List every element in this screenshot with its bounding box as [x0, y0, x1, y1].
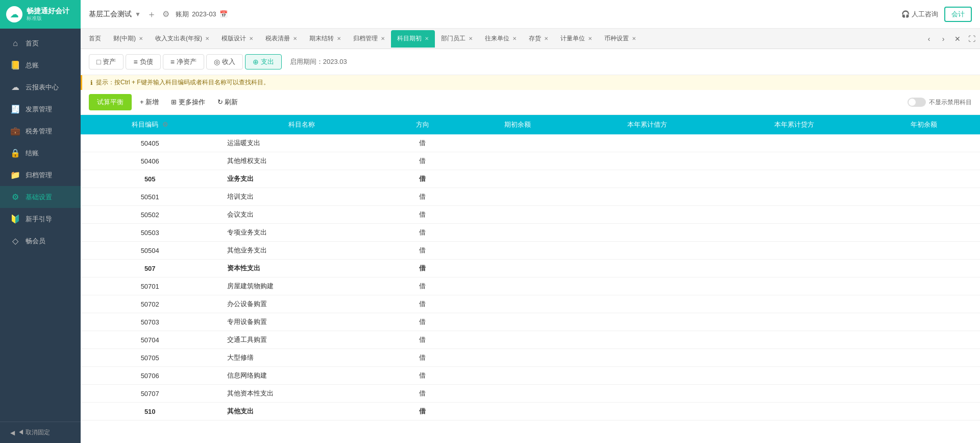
cell-ytd-credit	[721, 224, 868, 242]
cell-code: 505	[81, 170, 219, 188]
tab-币种设置[interactable]: 币种设置✕	[598, 30, 642, 48]
table-row[interactable]: 50706 信息网络购建 借	[81, 367, 980, 385]
tab-close-all-button[interactable]: ✕	[951, 33, 964, 45]
subtab-收入[interactable]: ◎收入	[206, 54, 243, 69]
tab-close-icon[interactable]: ✕	[469, 36, 473, 41]
period-display-label: 启用期间：2023.03	[290, 57, 347, 66]
table-row[interactable]: 507 资本性支出 借	[81, 260, 980, 277]
tab-close-icon[interactable]: ✕	[632, 36, 636, 41]
sidebar-label-ledger: 总账	[26, 61, 39, 70]
trial-balance-button[interactable]: 试算平衡	[89, 94, 132, 110]
cell-direction: 借	[384, 313, 461, 331]
cell-name: 其他业务支出	[219, 242, 383, 260]
subtab-支出[interactable]: ⊕支出	[245, 54, 282, 69]
tab-next-button[interactable]: ›	[937, 33, 949, 45]
cell-year-opening	[868, 331, 980, 349]
tab-收入支出表(年报)[interactable]: 收入支出表(年报)✕	[149, 30, 215, 48]
calendar-icon[interactable]: 📅	[219, 10, 228, 18]
table-row[interactable]: 50701 房屋建筑物购建 借	[81, 277, 980, 295]
tab-close-icon[interactable]: ✕	[588, 36, 592, 41]
tab-close-icon[interactable]: ✕	[425, 36, 429, 41]
project-selector[interactable]: 基层工会测试 ▼	[89, 10, 141, 19]
more-actions-button[interactable]: ⊞ 更多操作	[167, 96, 209, 109]
sidebar-item-member[interactable]: ◇畅会员	[0, 230, 81, 252]
tab-close-icon[interactable]: ✕	[293, 36, 297, 41]
tab-部门员工[interactable]: 部门员工✕	[435, 30, 479, 48]
subtab-资产[interactable]: □资产	[89, 54, 124, 69]
sidebar-item-ledger[interactable]: 📒总账	[0, 54, 81, 76]
sidebar-item-invoice[interactable]: 🧾发票管理	[0, 98, 81, 120]
tab-expand-button[interactable]: ⛶	[966, 33, 978, 45]
table-row[interactable]: 50702 办公设备购置 借	[81, 295, 980, 313]
sidebar-item-tax[interactable]: 💼税务管理	[0, 120, 81, 142]
cell-opening	[461, 152, 574, 170]
add-tab-button[interactable]: ＋	[147, 8, 156, 20]
table-row[interactable]: 50504 其他业务支出 借	[81, 242, 980, 260]
cell-direction: 借	[384, 152, 461, 170]
cell-ytd-debit	[574, 331, 721, 349]
accountant-button[interactable]: 会计	[944, 7, 972, 22]
tab-close-icon[interactable]: ✕	[139, 36, 143, 41]
subtab-label-支出: 支出	[261, 57, 274, 66]
settings-icon[interactable]: ⚙	[162, 9, 169, 19]
tab-财(中期)[interactable]: 财(中期)✕	[107, 30, 149, 48]
cell-ytd-debit	[574, 188, 721, 206]
cell-ytd-credit	[721, 134, 868, 152]
tab-close-icon[interactable]: ✕	[337, 36, 341, 41]
tab-首页[interactable]: 首页	[83, 30, 107, 48]
tab-归档管理[interactable]: 归档管理✕	[347, 30, 391, 48]
cell-name: 房屋建筑物购建	[219, 277, 383, 295]
cell-direction: 借	[384, 403, 461, 421]
table-row[interactable]: 50503 专项业务支出 借	[81, 224, 980, 242]
tab-close-icon[interactable]: ✕	[381, 36, 385, 41]
table-row[interactable]: 50501 培训支出 借	[81, 188, 980, 206]
tab-close-icon[interactable]: ✕	[205, 36, 209, 41]
subtab-负债[interactable]: ≡负债	[126, 54, 160, 69]
sidebar-item-archive[interactable]: 📁归档管理	[0, 164, 81, 186]
sidebar-footer[interactable]: ◀ ◀ 取消固定	[0, 422, 81, 443]
tab-期末结转[interactable]: 期末结转✕	[303, 30, 347, 48]
table-row[interactable]: 50502 会议支出 借	[81, 206, 980, 224]
sidebar-item-home[interactable]: ⌂首页	[0, 33, 81, 54]
table-row[interactable]: 50406 其他维权支出 借	[81, 152, 980, 170]
subtab-净资产[interactable]: ≡净资产	[163, 54, 204, 69]
tab-close-icon[interactable]: ✕	[544, 36, 548, 41]
table-row[interactable]: 50703 专用设备购置 借	[81, 313, 980, 331]
table-row[interactable]: 50707 其他资本性支出 借	[81, 385, 980, 403]
tab-close-icon[interactable]: ✕	[249, 36, 253, 41]
tab-税表清册[interactable]: 税表清册✕	[259, 30, 303, 48]
subtab-icon-负债: ≡	[133, 58, 137, 66]
toggle-switch-control[interactable]	[908, 98, 926, 107]
cell-direction: 借	[384, 260, 461, 277]
sidebar-item-checkout[interactable]: 🔒结账	[0, 142, 81, 164]
col-settings-icon[interactable]: ⚙	[162, 121, 168, 128]
logo-icon: ☁	[6, 6, 22, 22]
tab-存货[interactable]: 存货✕	[523, 30, 554, 48]
service-label: 人工咨询	[912, 10, 938, 19]
sidebar-item-guide[interactable]: 🔰新手引导	[0, 208, 81, 230]
refresh-button[interactable]: ↻ 刷新	[213, 96, 242, 109]
sidebar-item-settings[interactable]: ⚙基础设置	[0, 186, 81, 208]
toggle-disabled-accounts[interactable]: 不显示禁用科目	[908, 98, 972, 107]
cell-year-opening	[868, 224, 980, 242]
tabbar: 首页财(中期)✕收入支出表(年报)✕模版设计✕税表清册✕期末结转✕归档管理✕科目…	[81, 29, 980, 49]
table-row[interactable]: 50405 运温暖支出 借	[81, 134, 980, 152]
tab-科目期初[interactable]: 科目期初✕	[391, 30, 435, 48]
tab-close-icon[interactable]: ✕	[512, 36, 517, 41]
tab-计量单位[interactable]: 计量单位✕	[554, 30, 598, 48]
cell-opening	[461, 134, 574, 152]
cell-name: 运温暖支出	[219, 134, 383, 152]
table-row[interactable]: 510 其他支出 借	[81, 403, 980, 421]
table-row[interactable]: 50705 大型修缮 借	[81, 349, 980, 367]
service-button[interactable]: 🎧 人工咨询	[901, 10, 938, 19]
add-button[interactable]: + 新增	[136, 96, 163, 109]
tab-模版设计[interactable]: 模版设计✕	[215, 30, 259, 48]
table-row[interactable]: 505 业务支出 借	[81, 170, 980, 188]
tab-往来单位[interactable]: 往来单位✕	[479, 30, 523, 48]
tab-prev-button[interactable]: ‹	[923, 33, 935, 45]
sidebar-item-reports[interactable]: ☁云报表中心	[0, 76, 81, 98]
cell-year-opening	[868, 242, 980, 260]
cell-ytd-credit	[721, 367, 868, 385]
table-row[interactable]: 50704 交通工具购置 借	[81, 331, 980, 349]
cell-opening	[461, 295, 574, 313]
